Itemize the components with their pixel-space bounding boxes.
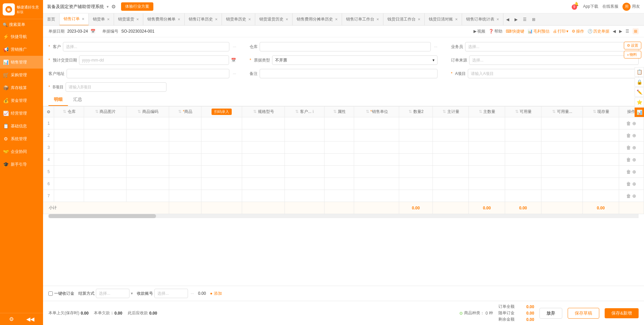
- row-1-customer-code[interactable]: [285, 117, 324, 129]
- sidebar-item-basic-info[interactable]: 📋 基础信息: [0, 120, 43, 132]
- order-source-input[interactable]: [469, 55, 639, 65]
- col-customer-code[interactable]: ⇅ 客户... ℹ: [285, 107, 324, 117]
- row-3-warehouse[interactable]: [54, 141, 84, 154]
- row-2-attribute[interactable]: [324, 129, 354, 141]
- nav-next-btn[interactable]: ▶: [619, 29, 622, 34]
- sidebar-item-quick-nav[interactable]: ⚡ 快捷导航: [0, 30, 43, 43]
- col-qty2[interactable]: ⇅ 数量2: [399, 107, 432, 117]
- settings-icon[interactable]: ⚙: [9, 316, 14, 322]
- row-1-warehouse[interactable]: [54, 117, 84, 129]
- settlement-dropdown-icon[interactable]: ▾: [131, 291, 133, 296]
- row-3-delete-btn[interactable]: 🗑: [626, 145, 631, 150]
- tab-return-history[interactable]: 销货退货历史 ✕: [255, 13, 293, 26]
- add-btn[interactable]: ● 添加: [210, 291, 222, 296]
- save-new-button[interactable]: 保存&新增: [605, 308, 639, 318]
- row-1-spec[interactable]: [242, 117, 285, 129]
- customer-input[interactable]: [63, 42, 230, 51]
- dropdown-icon[interactable]: ▾: [107, 4, 109, 9]
- sidebar-item-tutorial[interactable]: 🎓 新手引导: [0, 158, 43, 171]
- expand-view-btn[interactable]: ⊞: [633, 28, 639, 34]
- row-1-available2[interactable]: [541, 117, 582, 129]
- quick-action-star[interactable]: ⭐: [635, 97, 644, 107]
- print-btn[interactable]: 🖨 打印 ▾: [553, 29, 568, 34]
- tab-goods-history[interactable]: 销货单历史 ✕: [222, 13, 255, 26]
- remark-input[interactable]: [260, 69, 437, 78]
- col-product-code[interactable]: ⇅ 商品编码: [126, 107, 169, 117]
- row-2-available[interactable]: [505, 129, 541, 141]
- row-1-main-unit[interactable]: [432, 117, 469, 129]
- row-2-scan[interactable]: [201, 129, 242, 141]
- address-input[interactable]: [67, 69, 229, 78]
- profit-btn[interactable]: 📊 毛利预估: [528, 29, 550, 34]
- quick-action-chart[interactable]: 📊: [635, 108, 644, 117]
- one-click-checkout-checkbox[interactable]: [48, 291, 53, 296]
- row-4-delete-btn[interactable]: 🗑: [626, 157, 631, 162]
- col-spec[interactable]: ⇅ 规格型号: [242, 107, 285, 117]
- col-scan[interactable]: 扫码录入: [201, 107, 242, 117]
- row-6-delete-btn[interactable]: 🗑: [626, 181, 631, 187]
- row-1-delete-btn[interactable]: 🗑: [626, 121, 631, 126]
- bank-more-icon[interactable]: ···: [191, 291, 194, 296]
- col-settings[interactable]: ⚙: [43, 107, 54, 117]
- warehouse-more-icon[interactable]: ···: [434, 44, 438, 49]
- sidebar-item-sales[interactable]: 📊 销售管理: [0, 56, 43, 69]
- warehouse-input[interactable]: 成品库: [260, 42, 430, 51]
- shortcut-btn[interactable]: ⌨ 快捷键: [506, 29, 524, 34]
- horizontal-scrollbar[interactable]: [48, 214, 639, 218]
- tab-sales-return[interactable]: 销货退货 ✕: [114, 13, 143, 26]
- tab-expand-btn[interactable]: ⊞: [529, 13, 538, 26]
- scan-button[interactable]: 扫码录入: [212, 109, 232, 115]
- b-project-input[interactable]: [66, 82, 166, 92]
- tab-daily-workbench[interactable]: 钱货日清工作台 ✕: [383, 13, 425, 26]
- row-3-copy-btn[interactable]: ⊕: [632, 145, 636, 150]
- row-1-scan[interactable]: [201, 117, 242, 129]
- row-2-code[interactable]: [126, 129, 169, 141]
- tab-sales-stats[interactable]: 销售订单统计表 ✕: [462, 13, 503, 26]
- row-5-delete-btn[interactable]: 🗑: [626, 169, 631, 174]
- row-4-copy-btn[interactable]: ⊕: [632, 157, 636, 162]
- quick-action-edit[interactable]: ✏️: [635, 87, 644, 97]
- row-2-main-qty[interactable]: [469, 129, 505, 141]
- tab-daily-reconcile-close[interactable]: ✕: [455, 17, 458, 21]
- gear-settings-icon[interactable]: ⚙: [111, 4, 116, 10]
- sidebar-item-operations[interactable]: 📈 经营管理: [0, 107, 43, 120]
- row-2-available2[interactable]: [541, 129, 582, 141]
- settlement-input[interactable]: [96, 289, 129, 298]
- tab-expense-split-close[interactable]: ✕: [178, 17, 180, 21]
- col-available[interactable]: ⇅ 可用量: [505, 107, 541, 117]
- tab-detail[interactable]: 明细: [48, 94, 68, 106]
- col-sales-unit[interactable]: ⇅ *销售单位: [354, 107, 399, 117]
- user-menu[interactable]: 用 用友: [622, 3, 640, 11]
- add-material-btn[interactable]: + 物料: [624, 51, 641, 58]
- tab-prev-btn[interactable]: ◀: [503, 13, 512, 26]
- tab-order-history-close[interactable]: ✕: [215, 17, 218, 21]
- row-7-delete-btn[interactable]: 🗑: [626, 193, 631, 199]
- row-1-qty2[interactable]: [399, 117, 432, 129]
- col-product-image[interactable]: ⇅ 商品图片: [84, 107, 126, 117]
- row-2-main-unit[interactable]: [432, 129, 469, 141]
- row-2-delete-btn[interactable]: 🗑: [626, 133, 631, 138]
- online-service-link[interactable]: 在线客服: [602, 4, 618, 9]
- row-2-image[interactable]: [84, 129, 126, 141]
- tab-return-history-close[interactable]: ✕: [286, 17, 288, 21]
- row-2-warehouse[interactable]: [54, 129, 84, 141]
- preview-btn[interactable]: ▶ 视频: [473, 29, 485, 34]
- help-btn[interactable]: ❓ 帮助: [489, 29, 502, 34]
- sidebar-item-purchase[interactable]: 🛒 采购管理: [0, 69, 43, 81]
- solution-button[interactable]: 体验行业方案: [121, 2, 153, 11]
- sidebar-item-inventory[interactable]: 📦 库存核算: [0, 81, 43, 94]
- row-2-unit[interactable]: [354, 129, 399, 141]
- tab-sales-goods[interactable]: 销货单 ✕: [89, 13, 114, 26]
- tab-daily-workbench-close[interactable]: ✕: [418, 17, 420, 21]
- col-main-qty[interactable]: ⇅ 主数量: [469, 107, 505, 117]
- col-warehouse[interactable]: ⇅ 仓库: [54, 107, 84, 117]
- row-5-copy-btn[interactable]: ⊕: [632, 169, 636, 174]
- row-2-copy-btn[interactable]: ⊕: [632, 133, 636, 138]
- row-2-spec[interactable]: [242, 129, 285, 141]
- settings-form-btn[interactable]: ⚙ 设置: [624, 42, 641, 49]
- scrollbar-thumb[interactable]: [48, 214, 156, 218]
- sidebar-search[interactable]: 🔍 搜索菜单: [0, 19, 43, 30]
- invoice-type-select[interactable]: 不开票 ▾: [272, 55, 438, 65]
- tab-order-workbench-close[interactable]: ✕: [376, 17, 379, 21]
- operations-btn[interactable]: ⚙ 操作: [572, 29, 584, 34]
